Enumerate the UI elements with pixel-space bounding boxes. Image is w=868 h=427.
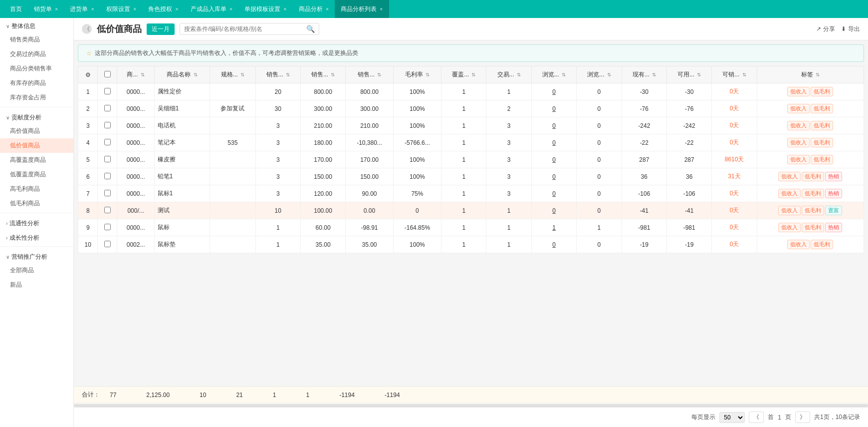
row-checkbox-cell[interactable] <box>98 168 117 185</box>
row-checkbox[interactable] <box>104 173 111 179</box>
sales-qty-column-header[interactable]: 销售... ⇅ <box>255 66 300 83</box>
sidebar-group-contribution[interactable]: ∨ 贡献度分析 <box>0 109 73 124</box>
collapse-sidebar-button[interactable]: 《 <box>82 24 92 34</box>
browse2-column-header[interactable]: 浏览... ⇅ <box>577 66 622 83</box>
spec-column-header[interactable]: 规格... ⇅ <box>210 66 255 83</box>
sidebar-item-traded-goods[interactable]: 交易过的商品 <box>0 47 73 61</box>
browse-link[interactable]: 0 <box>552 139 556 146</box>
trade-column-header[interactable]: 交易... ⇅ <box>486 66 531 83</box>
name-column-header[interactable]: 商品名称 ⇅ <box>154 66 210 83</box>
row-checkbox-cell[interactable] <box>98 151 117 168</box>
code-column-header[interactable]: 商... ⇅ <box>117 66 154 83</box>
row-browse1[interactable]: 0 <box>531 100 576 117</box>
sidebar-item-category-sales[interactable]: 商品分类销售率 <box>0 61 73 76</box>
row-browse1[interactable]: 0 <box>531 202 576 219</box>
last-page-button[interactable]: 》 <box>795 412 810 423</box>
row-checkbox-cell[interactable] <box>98 236 117 253</box>
nav-order-template[interactable]: 单据模板设置 × <box>238 0 292 18</box>
row-browse1[interactable]: 0 <box>531 134 576 151</box>
sidebar-group-liquidity[interactable]: › 流通性分析 <box>0 215 73 230</box>
close-icon[interactable]: × <box>133 6 136 12</box>
row-browse1[interactable]: 1 <box>531 219 576 236</box>
sidebar-item-high-coverage[interactable]: 高覆盖度商品 <box>0 153 73 167</box>
browse-link[interactable]: 0 <box>552 207 556 214</box>
row-checkbox[interactable] <box>104 105 111 111</box>
sellable-column-header[interactable]: 可销... ⇅ <box>712 66 757 83</box>
row-checkbox-cell[interactable] <box>98 117 117 134</box>
nav-purchase-order[interactable]: 进货单 × <box>64 0 100 18</box>
row-checkbox[interactable] <box>104 224 111 230</box>
available-column-header[interactable]: 可用... ⇅ <box>666 66 711 83</box>
nav-role-auth[interactable]: 角色授权 × <box>142 0 184 18</box>
row-checkbox[interactable] <box>104 241 111 247</box>
row-checkbox[interactable] <box>104 190 111 196</box>
close-icon[interactable]: × <box>91 6 94 12</box>
per-page-select[interactable]: 50 100 200 <box>719 412 745 423</box>
browse-link[interactable]: 0 <box>552 88 556 95</box>
close-icon[interactable]: × <box>55 6 58 12</box>
sidebar-item-low-margin[interactable]: 低毛利商品 <box>0 196 73 211</box>
sidebar-item-sales-goods[interactable]: 销售类商品 <box>0 32 73 47</box>
sidebar-group-marketing[interactable]: ∨ 营销推广分析 <box>0 249 73 263</box>
sidebar-group-general[interactable]: ∨ 整体信息 <box>0 18 73 32</box>
sidebar-item-stock-funds[interactable]: 库存资金占用 <box>0 90 73 105</box>
tags-column-header[interactable]: 标签 ⇅ <box>757 66 864 83</box>
row-checkbox-cell[interactable] <box>98 185 117 202</box>
row-browse1[interactable]: 0 <box>531 117 576 134</box>
nav-product-warehouse[interactable]: 产成品入库单 × <box>185 0 238 18</box>
share-button[interactable]: ↗ 分享 <box>816 25 835 33</box>
row-checkbox-cell[interactable] <box>98 202 117 219</box>
sidebar-item-new-goods[interactable]: 新品 <box>0 278 73 292</box>
time-filter-button[interactable]: 近一月 <box>147 23 175 35</box>
sales-amount-column-header[interactable]: 销售... ⇅ <box>300 66 345 83</box>
close-icon[interactable]: × <box>380 6 383 12</box>
row-checkbox-cell[interactable] <box>98 83 117 100</box>
row-checkbox[interactable] <box>104 122 111 128</box>
sidebar-item-high-margin[interactable]: 高毛利商品 <box>0 182 73 196</box>
sidebar-item-stock-goods[interactable]: 有库存的商品 <box>0 76 73 90</box>
browse-link[interactable]: 0 <box>552 122 556 129</box>
gross-margin-column-header[interactable]: 毛利率 ⇅ <box>393 66 441 83</box>
row-checkbox-cell[interactable] <box>98 219 117 236</box>
row-checkbox[interactable] <box>104 139 111 145</box>
browse1-column-header[interactable]: 浏览... ⇅ <box>531 66 576 83</box>
search-input[interactable] <box>184 25 303 32</box>
nav-product-analysis[interactable]: 商品分析 × <box>293 0 335 18</box>
browse-link[interactable]: 0 <box>552 105 556 112</box>
browse-link[interactable]: 0 <box>552 173 556 180</box>
row-browse1[interactable]: 0 <box>531 151 576 168</box>
sidebar-item-low-value[interactable]: 低价值商品 <box>0 138 73 153</box>
search-icon[interactable]: 🔍 <box>306 25 315 33</box>
sidebar-item-high-value[interactable]: 高价值商品 <box>0 124 73 138</box>
row-browse1[interactable]: 0 <box>531 168 576 185</box>
row-browse1[interactable]: 0 <box>531 185 576 202</box>
close-icon[interactable]: × <box>283 6 286 12</box>
browse-link[interactable]: 1 <box>552 224 556 231</box>
sidebar-item-low-coverage[interactable]: 低覆盖度商品 <box>0 167 73 182</box>
close-icon[interactable]: × <box>175 6 178 12</box>
row-checkbox[interactable] <box>104 88 111 94</box>
coverage-column-header[interactable]: 覆盖... ⇅ <box>441 66 486 83</box>
row-browse1[interactable]: 0 <box>531 236 576 253</box>
row-checkbox[interactable] <box>104 207 111 213</box>
row-checkbox[interactable] <box>104 156 111 162</box>
close-icon[interactable]: × <box>326 6 329 12</box>
browse-link[interactable]: 0 <box>552 156 556 163</box>
horizontal-scrollbar[interactable] <box>74 403 868 407</box>
current-column-header[interactable]: 现有... ⇅ <box>622 66 666 83</box>
sidebar-item-all-goods[interactable]: 全部商品 <box>0 263 73 278</box>
first-page-button[interactable]: 《 <box>749 412 764 423</box>
browse-link[interactable]: 0 <box>552 241 556 248</box>
checkbox-column-header[interactable] <box>98 66 117 83</box>
export-button[interactable]: ⬇ 导出 <box>841 25 860 33</box>
sidebar-group-growth[interactable]: › 成长性分析 <box>0 230 73 244</box>
select-all-checkbox[interactable] <box>104 71 111 77</box>
row-checkbox-cell[interactable] <box>98 134 117 151</box>
settings-column-header[interactable]: ⚙ <box>78 66 98 83</box>
nav-sales-order[interactable]: 销货单 × <box>28 0 64 18</box>
nav-permission-settings[interactable]: 权限设置 × <box>100 0 142 18</box>
nav-home[interactable]: 首页 <box>4 0 28 18</box>
browse-link[interactable]: 0 <box>552 190 556 197</box>
row-browse1[interactable]: 0 <box>531 83 576 100</box>
nav-product-analysis-list[interactable]: 商品分析列表 × <box>335 0 389 18</box>
